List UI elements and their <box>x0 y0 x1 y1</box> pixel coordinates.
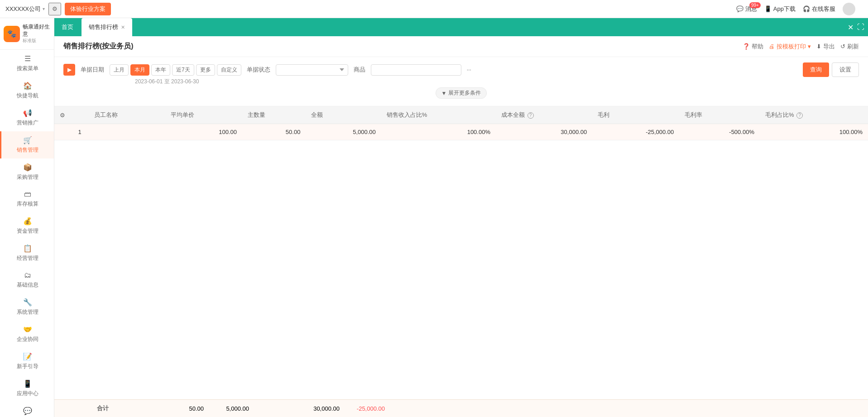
avatar[interactable] <box>843 3 855 15</box>
print-button[interactable]: 🖨 按模板打印 ▾ <box>769 43 811 51</box>
footer-qty: 50.00 <box>173 405 209 412</box>
expand-row: ▼ 展开更多条件 <box>63 86 859 101</box>
row-sales-pct: 100.00% <box>381 124 496 140</box>
sidebar-item-purchase[interactable]: 📦 采购管理 <box>0 158 54 186</box>
sidebar-item-finance[interactable]: 💰 资金管理 <box>0 212 54 240</box>
table-settings-icon: ⚙ <box>60 112 65 119</box>
cost-help-icon[interactable]: ? <box>528 112 534 119</box>
sidebar-item-label: 销售管理 <box>17 146 38 154</box>
row-profit: -25,000.00 <box>592 124 679 140</box>
settings-button[interactable]: 设置 <box>832 62 859 77</box>
col-amount: 全额 <box>306 106 381 124</box>
footer-profit: -25,000.00 <box>345 405 390 412</box>
col-sales-pct: 销售收入占比% <box>381 106 496 124</box>
profit-pct-help-icon[interactable]: ? <box>796 112 803 119</box>
tab-expand-icon[interactable]: ⛶ <box>857 23 864 31</box>
logo-sub: 标准版 <box>23 38 50 44</box>
sidebar-item-operation[interactable]: 📋 经营管理 <box>0 240 54 267</box>
table-body: 1 100.00 50.00 5,000.00 100.00% 30,000.0… <box>54 124 868 140</box>
sidebar-item-guide[interactable]: 📝 新手引导 <box>0 348 54 375</box>
sidebar-item-label: 快捷导航 <box>17 92 38 100</box>
footer-cost: 30,000.00 <box>300 405 345 412</box>
sidebar-item-quick-nav[interactable]: 🏠 快捷导航 <box>0 77 54 104</box>
tab-close-all-icon[interactable]: ✕ <box>848 23 854 32</box>
date-filter-label: 单据日期 <box>81 66 104 74</box>
col-avg-price: 平均单价 <box>165 106 242 124</box>
tab-close-icon[interactable]: ✕ <box>121 24 125 30</box>
expand-more-button[interactable]: ▼ 展开更多条件 <box>436 87 487 99</box>
online-service-button[interactable]: 🎧 在线客服 <box>803 5 835 13</box>
page-content: 销售排行榜(按业务员) ❓ 帮助 🖨 按模板打印 ▾ ⬇ 导出 <box>54 36 868 417</box>
this-year-button[interactable]: 本年 <box>151 64 170 76</box>
message-button[interactable]: 💬 消息 99+ <box>736 5 757 13</box>
sidebar-item-cooperation[interactable]: 🤝 企业协同 <box>0 321 54 348</box>
sidebar-item-label: 经营管理 <box>17 254 38 262</box>
gear-icon: ⚙ <box>52 5 58 12</box>
sidebar-item-label: 新手引导 <box>17 363 38 370</box>
sidebar-item-inventory[interactable]: 🗃 库存核算 <box>0 186 54 212</box>
custom-date-button[interactable]: 自定义 <box>217 64 241 76</box>
sidebar-item-system[interactable]: 🔧 系统管理 <box>0 293 54 321</box>
this-month-button[interactable]: 本月 <box>130 64 149 76</box>
refresh-button[interactable]: ↺ 刷新 <box>840 43 859 51</box>
sidebar-item-app-center[interactable]: 📱 应用中心 <box>0 375 54 402</box>
base-info-icon: 🗂 <box>24 271 31 279</box>
main-layout: 🐾 畅康通好生意 标准版 ☰ 搜索菜单 🏠 快捷导航 📢 营销推广 🛒 销售管理 <box>0 18 868 417</box>
print-icon: 🖨 <box>769 43 775 50</box>
content-area: 首页 销售排行榜 ✕ ✕ ⛶ 销售排行榜(按业务员) ❓ 帮助 <box>54 18 868 417</box>
sidebar-item-search[interactable]: ☰ 搜索菜单 <box>0 50 54 77</box>
page-header: 销售排行榜(按业务员) ❓ 帮助 🖨 按模板打印 ▾ ⬇ 导出 <box>54 36 868 57</box>
tab-label: 销售排行榜 <box>89 23 118 31</box>
logo-text-block: 畅康通好生意 标准版 <box>23 24 50 44</box>
sidebar-item-wechat[interactable]: 💬 企业微信 <box>0 402 54 417</box>
export-button[interactable]: ⬇ 导出 <box>816 43 835 51</box>
marketing-icon: 📢 <box>23 109 32 117</box>
sidebar-item-sales[interactable]: 🛒 销售管理 <box>0 131 54 158</box>
page-title: 销售排行榜(按业务员) <box>63 42 134 51</box>
row-settings <box>54 124 71 140</box>
prev-month-button[interactable]: 上月 <box>110 64 129 76</box>
search-icon: ☰ <box>24 54 31 63</box>
goods-input[interactable] <box>371 64 461 76</box>
table-wrapper: ⚙ 员工名称 平均单价 主数量 全额 销售收入占比% 成本全额 ? <box>54 106 868 399</box>
more-filter-icon[interactable]: ··· <box>467 67 471 73</box>
wechat-icon: 💬 <box>23 407 32 415</box>
status-filter-label: 单据状态 <box>247 66 270 74</box>
sidebar-item-base-info[interactable]: 🗂 基础信息 <box>0 267 54 293</box>
col-rank <box>71 106 89 124</box>
operation-icon: 📋 <box>23 244 32 253</box>
topbar-settings-button[interactable]: ⚙ <box>48 3 61 15</box>
logo-icon: 🐾 <box>4 26 20 42</box>
status-select[interactable] <box>276 64 348 76</box>
col-profit: 毛利 <box>592 106 679 124</box>
purchase-icon: 📦 <box>23 163 32 172</box>
footer-label: 合计 <box>97 405 109 412</box>
row-avg-price: 100.00 <box>165 124 242 140</box>
row-profit-pct: 100.00% <box>760 124 868 140</box>
app-download-button[interactable]: 📱 App下载 <box>764 5 796 13</box>
date-buttons-group: 上月 本月 本年 近7天 更多 自定义 <box>110 64 241 76</box>
trial-button[interactable]: 体验行业方案 <box>65 3 111 15</box>
tab-sales-rank[interactable]: 销售排行榜 ✕ <box>82 18 132 36</box>
col-settings[interactable]: ⚙ <box>54 106 71 124</box>
filter-toggle-button[interactable]: ▶ <box>63 64 75 76</box>
table-footer: 合计 50.00 5,000.00 30,000.00 -25,000.00 <box>54 399 868 417</box>
last7days-button[interactable]: 近7天 <box>172 64 194 76</box>
col-qty: 主数量 <box>242 106 306 124</box>
footer-amount: 5,000.00 <box>209 405 254 412</box>
row-rank: 1 <box>71 124 89 140</box>
sidebar-item-label: 营销推广 <box>17 119 38 127</box>
sidebar-item-label: 应用中心 <box>17 390 38 398</box>
row-cost: 30,000.00 <box>496 124 592 140</box>
top-bar: XXXXXX公司 ▾ ⚙ 体验行业方案 💬 消息 99+ 📱 App下载 🎧 在… <box>0 0 868 18</box>
more-date-button[interactable]: 更多 <box>196 64 215 76</box>
tab-home[interactable]: 首页 <box>54 18 81 36</box>
chevron-down-icon: ▼ <box>441 90 447 96</box>
help-button[interactable]: ❓ 帮助 <box>743 43 763 51</box>
row-qty: 50.00 <box>242 124 306 140</box>
table-header: ⚙ 员工名称 平均单价 主数量 全额 销售收入占比% 成本全额 ? <box>54 106 868 124</box>
company-selector[interactable]: XXXXXX公司 ▾ <box>5 5 45 13</box>
tab-bar: 首页 销售排行榜 ✕ ✕ ⛶ <box>54 18 868 36</box>
sidebar-item-marketing[interactable]: 📢 营销推广 <box>0 104 54 131</box>
query-button[interactable]: 查询 <box>803 62 829 77</box>
